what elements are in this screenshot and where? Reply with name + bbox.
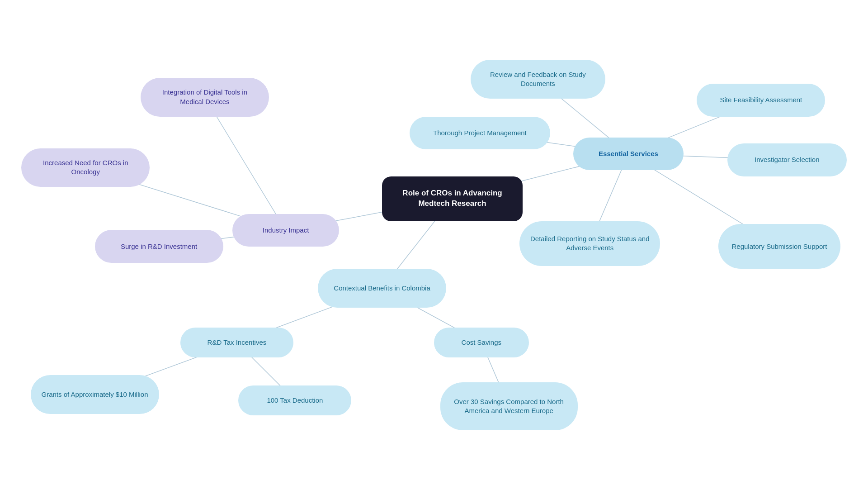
node-label-center: Role of CROs in Advancing Medtech Resear… <box>392 188 513 209</box>
node-cost_savings: Cost Savings <box>434 328 529 357</box>
node-center: Role of CROs in Advancing Medtech Resear… <box>382 176 523 221</box>
node-label-essential_services: Essential Services <box>599 149 658 158</box>
node-increased_need: Increased Need for CROs in Oncology <box>21 148 150 187</box>
node-surge_rd: Surge in R&D Investment <box>95 230 223 263</box>
node-label-thorough_pm: Thorough Project Management <box>433 128 527 138</box>
node-grants: Grants of Approximately $10 Million <box>31 375 159 414</box>
node-detailed_reporting: Detailed Reporting on Study Status and A… <box>519 221 660 266</box>
node-label-investigator_sel: Investigator Selection <box>755 155 819 164</box>
node-label-cost_savings: Cost Savings <box>462 338 501 347</box>
node-label-surge_rd: Surge in R&D Investment <box>121 242 197 251</box>
node-review_feedback: Review and Feedback on Study Documents <box>471 60 605 99</box>
node-label-increased_need: Increased Need for CROs in Oncology <box>31 158 140 177</box>
node-investigator_sel: Investigator Selection <box>727 143 847 176</box>
node-industry_impact: Industry Impact <box>232 214 340 247</box>
node-label-regulatory_sub: Regulatory Submission Support <box>731 242 827 251</box>
node-essential_services: Essential Services <box>573 138 683 171</box>
node-tax_deduction: 100 Tax Deduction <box>238 385 351 415</box>
node-label-detailed_reporting: Detailed Reporting on Study Status and A… <box>529 234 650 253</box>
node-regulatory_sub: Regulatory Submission Support <box>718 224 840 269</box>
mindmap-container: Role of CROs in Advancing Medtech Resear… <box>0 0 868 490</box>
node-label-rd_tax: R&D Tax Incentives <box>208 338 267 347</box>
node-label-contextual_benefits: Contextual Benefits in Colombia <box>334 284 430 293</box>
node-label-review_feedback: Review and Feedback on Study Documents <box>481 70 595 89</box>
node-label-tax_deduction: 100 Tax Deduction <box>267 396 323 405</box>
node-site_feasibility: Site Feasibility Assessment <box>697 84 825 117</box>
node-label-over30_savings: Over 30 Savings Compared to North Americ… <box>450 397 568 416</box>
node-over30_savings: Over 30 Savings Compared to North Americ… <box>440 382 578 430</box>
node-label-integration_digital: Integration of Digital Tools in Medical … <box>151 88 259 106</box>
node-label-industry_impact: Industry Impact <box>263 226 309 235</box>
node-thorough_pm: Thorough Project Management <box>410 117 550 150</box>
node-label-grants: Grants of Approximately $10 Million <box>42 390 148 399</box>
svg-line-1 <box>205 97 286 231</box>
node-label-site_feasibility: Site Feasibility Assessment <box>720 95 802 105</box>
node-integration_digital: Integration of Digital Tools in Medical … <box>141 78 269 117</box>
node-rd_tax: R&D Tax Incentives <box>180 328 293 357</box>
node-contextual_benefits: Contextual Benefits in Colombia <box>318 269 446 308</box>
